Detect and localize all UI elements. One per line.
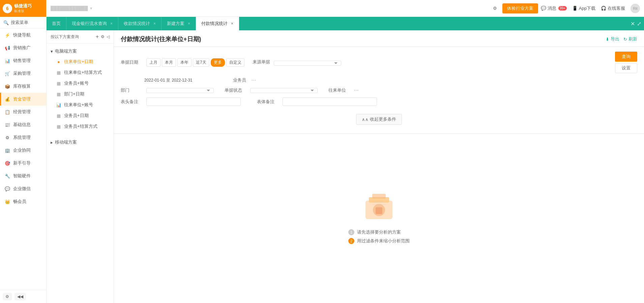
- empty-tip-2: 2 用过滤条件来缩小分析范围: [348, 238, 410, 244]
- scheme-staff-date-label: 业务员+日期: [64, 113, 89, 119]
- date-btn-more[interactable]: 更多: [211, 58, 225, 67]
- tab-payment-stats-label: 付款情况统计: [201, 21, 228, 27]
- filter-settings-button[interactable]: 设置: [615, 63, 637, 73]
- tab-payment-stats[interactable]: 付款情况统计 ×: [196, 17, 239, 30]
- sidebar-item-hardware[interactable]: 🔧 智能硬件: [0, 170, 46, 182]
- date-btn-this-month[interactable]: 本月: [162, 58, 176, 67]
- trial-btn[interactable]: 体验行业方案: [502, 3, 538, 13]
- tab-new-scheme-close[interactable]: ×: [188, 21, 190, 26]
- tabbar-expand-button[interactable]: ⤢: [637, 21, 641, 27]
- dept-label: 部门: [121, 87, 141, 93]
- tab-bank-flow-close[interactable]: ×: [110, 21, 113, 26]
- tabbar-end: ✕ ⤢: [628, 17, 644, 30]
- sidebar-item-label: 销售管理: [13, 58, 31, 64]
- sidebar-footer: ⚙ ◀◀: [0, 290, 46, 303]
- messages-badge: 99+: [558, 6, 567, 10]
- date-btn-custom[interactable]: 自定义: [226, 58, 244, 67]
- date-btn-last-month[interactable]: 上月: [146, 58, 160, 67]
- tabbar: 首页 现金银行流水查询 × 收款情况统计 × 新建方案 × 付款情况统计 × ✕…: [47, 17, 644, 30]
- export-button[interactable]: ⬇ 导出: [606, 36, 619, 42]
- sidebar-item-wechat[interactable]: 💬 企业微信: [0, 182, 46, 195]
- dept-select[interactable]: [146, 88, 214, 93]
- scheme-staff-account-icon: ▦: [56, 81, 61, 86]
- scheme-staff-account-label: 业务员+账号: [64, 80, 89, 86]
- left-panel-collapse-button[interactable]: ◁: [107, 34, 110, 39]
- filter-area: 单据日期 上月 本月 本年 近7天 更多 自定义 来源单据: [114, 47, 644, 134]
- body-remark-input[interactable]: [283, 97, 377, 106]
- tab-receipt-stats-close[interactable]: ×: [153, 21, 156, 26]
- scheme-staff-date[interactable]: ▦ 业务员+日期: [47, 110, 114, 121]
- scheme-staff-settlement-label: 业务员+结算方式: [64, 123, 97, 129]
- sidebar-item-sales[interactable]: 📊 销售管理: [0, 54, 46, 67]
- collapse-row: ∧∧ 收起更多条件: [121, 111, 637, 127]
- scheme-dept-date[interactable]: ▦ 部门+日期: [47, 89, 114, 99]
- left-panel-settings-button[interactable]: ⚙: [101, 34, 105, 39]
- sidebar-item-basic-info[interactable]: 📰 基础信息: [0, 118, 46, 131]
- scheme-unit-account[interactable]: 📊 往来单位+账号: [47, 99, 114, 110]
- scheme-unit-date[interactable]: ● 往来单位+日期: [47, 56, 114, 67]
- tab-payment-stats-close[interactable]: ×: [231, 21, 233, 26]
- app-logo-text-area: 畅捷通巧 标准版: [14, 3, 32, 13]
- source-doc-select[interactable]: [274, 61, 341, 66]
- marketing-icon: 📢: [4, 45, 10, 51]
- system-icon: ⚙: [4, 134, 10, 141]
- sidebar-item-enterprise[interactable]: 🏢 企业协同: [0, 144, 46, 157]
- mobile-group-title[interactable]: ▸ 移动端方案: [47, 137, 114, 147]
- tab-home[interactable]: 首页: [47, 17, 66, 30]
- page-title: 付款情况统计(往来单位+日期): [121, 35, 201, 43]
- date-btn-last-7days[interactable]: 近7天: [193, 58, 209, 67]
- sidebar-item-system[interactable]: ⚙ 系统管理: [0, 131, 46, 144]
- collapse-button[interactable]: ∧∧ 收起更多条件: [356, 114, 402, 125]
- sidebar-item-quick-nav[interactable]: ⚡ 快捷导航: [0, 29, 46, 41]
- left-panel-actions: + ⚙ ◁: [96, 34, 110, 40]
- search-menu-item[interactable]: 🔍 搜索菜单: [0, 17, 46, 29]
- online-service-button[interactable]: 🎧 在线客服: [601, 5, 625, 11]
- staff-ellipsis[interactable]: ···: [252, 77, 256, 83]
- service-icon: 🎧: [601, 6, 606, 11]
- sidebar-item-marketing[interactable]: 📢 营销推广: [0, 41, 46, 54]
- tab-new-scheme[interactable]: 新建方案 ×: [162, 17, 196, 30]
- sidebar-item-guide[interactable]: 🎯 新手引导: [0, 157, 46, 170]
- source-doc-chevron: [334, 62, 338, 64]
- sidebar-item-label: 基础信息: [13, 122, 31, 128]
- sidebar-item-member[interactable]: 👑 畅会员: [0, 195, 46, 208]
- filter-row-2: 部门 单据状态 往来单位 ···: [121, 87, 637, 93]
- date-range-row: 2022-01-01 至 2022-12-31 业务员 ···: [121, 77, 637, 83]
- sidebar-item-capital[interactable]: 💰 资金管理: [0, 93, 46, 105]
- doc-status-chevron: [311, 90, 314, 91]
- mobile-group-label: 移动端方案: [55, 139, 77, 145]
- partner-ellipsis[interactable]: ···: [354, 87, 358, 93]
- head-remark-input[interactable]: [146, 97, 241, 106]
- left-panel: 按以下方案查询 + ⚙ ◁ ▾ 电脑端方案 ● 往来单位+日期 ▦: [47, 30, 114, 303]
- scheme-staff-account[interactable]: ▦ 业务员+账号: [47, 78, 114, 89]
- tip-text-1: 请先选择要分析的方案: [357, 229, 401, 235]
- date-range-display: 2022-01-01 至 2022-12-31: [144, 78, 193, 83]
- refresh-button[interactable]: ↻ 刷新: [623, 36, 637, 42]
- sidebar-item-label: 智能硬件: [13, 173, 31, 179]
- sidebar-item-inventory[interactable]: 📦 库存核算: [0, 80, 46, 93]
- sidebar-item-label: 采购管理: [13, 70, 31, 77]
- svg-rect-2: [372, 194, 386, 199]
- add-scheme-button[interactable]: +: [96, 34, 99, 40]
- scheme-staff-settlement-icon: ▦: [56, 124, 61, 129]
- sidebar-item-label: 经营管理: [13, 109, 31, 115]
- sidebar-collapse-button[interactable]: ◀◀: [14, 293, 26, 300]
- sidebar-settings-button[interactable]: ⚙: [3, 293, 12, 300]
- scheme-unit-settlement[interactable]: ▦ 往来单位+结算方式: [47, 67, 114, 78]
- sidebar-header: 6 畅捷通巧 标准版: [0, 0, 46, 17]
- query-button[interactable]: 查询: [615, 52, 637, 62]
- app-download-button[interactable]: 📱 App下载: [572, 5, 595, 11]
- date-btn-this-year[interactable]: 本年: [177, 58, 192, 67]
- tab-receipt-stats[interactable]: 收款情况统计 ×: [118, 17, 162, 30]
- scheme-staff-settlement[interactable]: ▦ 业务员+结算方式: [47, 121, 114, 132]
- messages-button[interactable]: 💬 消息 99+: [541, 5, 567, 11]
- sidebar-item-operation[interactable]: 📋 经营管理: [0, 105, 46, 118]
- doc-status-select[interactable]: [250, 88, 318, 93]
- desktop-group-title[interactable]: ▾ 电脑端方案: [47, 46, 114, 56]
- sidebar-item-purchase[interactable]: 🛒 采购管理: [0, 67, 46, 80]
- tab-bank-flow[interactable]: 现金银行流水查询 ×: [66, 17, 118, 30]
- topbar-settings-button[interactable]: ⚙: [490, 4, 500, 13]
- tabbar-close-all-button[interactable]: ✕: [631, 21, 635, 27]
- avatar[interactable]: Rit: [631, 4, 640, 13]
- sales-icon: 📊: [4, 58, 10, 64]
